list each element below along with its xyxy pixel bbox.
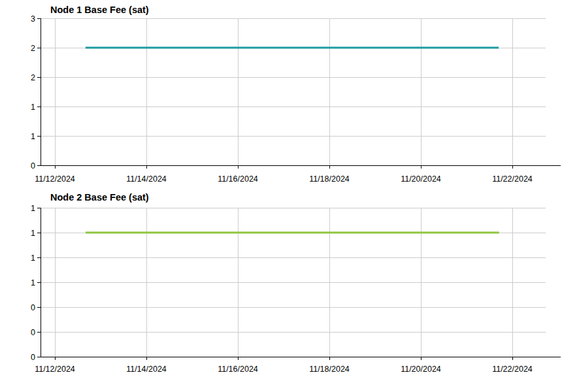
- y-tick-label: 2: [31, 73, 35, 82]
- y-tick-label: 0: [31, 353, 35, 362]
- y-tick-label: 3: [31, 14, 35, 24]
- x-tick-label: 11/22/2024: [492, 365, 533, 374]
- y-tick-label: 1: [31, 253, 35, 263]
- y-tick-label: 1: [31, 132, 35, 141]
- x-tick-label: 11/12/2024: [35, 365, 75, 374]
- x-tick-label: 11/14/2024: [126, 365, 167, 374]
- x-tick-label: 11/22/2024: [492, 174, 533, 184]
- y-tick-label: 0: [31, 161, 35, 171]
- y-tick-label: 1: [31, 103, 35, 112]
- x-tick-label: 11/18/2024: [309, 174, 350, 184]
- y-tick-label: 0: [31, 328, 35, 337]
- x-tick-label: 11/16/2024: [218, 365, 258, 374]
- x-tick-label: 11/20/2024: [401, 365, 441, 374]
- y-tick-label: 2: [31, 44, 35, 53]
- x-tick-label: 11/18/2024: [309, 365, 350, 374]
- fee-charts-page: Node 1 Base Fee (sat) Node 2 Base Fee (s…: [0, 0, 562, 392]
- x-tick-label: 11/20/2024: [401, 174, 441, 184]
- charts-canvas: 01122311/12/202411/14/202411/16/202411/1…: [0, 0, 562, 392]
- y-tick-label: 0: [31, 303, 35, 312]
- y-tick-label: 1: [31, 229, 35, 238]
- x-tick-label: 11/16/2024: [218, 174, 258, 184]
- x-tick-label: 11/14/2024: [126, 174, 167, 184]
- y-tick-label: 1: [31, 204, 35, 213]
- x-tick-label: 11/12/2024: [35, 174, 75, 184]
- y-tick-label: 1: [31, 278, 35, 287]
